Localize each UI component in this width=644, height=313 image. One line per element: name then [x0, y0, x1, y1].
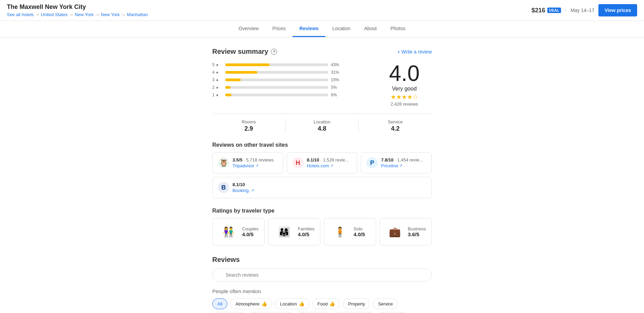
breadcrumb-ny-state[interactable]: New York [75, 12, 94, 17]
bar-row-2: 2 ★ 5% [212, 85, 363, 90]
write-review-button[interactable]: + Write a review [397, 49, 432, 55]
food-icon: 👍 [329, 301, 335, 306]
site-booking[interactable]: B 8.1/10 · Booking. ↗ [212, 177, 432, 198]
hotels-icon: H [293, 157, 303, 168]
booking-icon: B [218, 182, 229, 193]
search-reviews-input[interactable] [212, 268, 432, 281]
business-icon: 💼 [385, 223, 405, 240]
rating-area: 5 ★ 43% 4 ★ 31% 3 ★ 15% 2 ★ 5% 1 ★ [212, 62, 432, 107]
sub-scores: Rooms 2.9 Location 4.8 Service 4.2 [212, 113, 432, 132]
tag-property[interactable]: Property [343, 298, 370, 309]
tab-reviews[interactable]: Reviews [293, 21, 325, 37]
tag-atmosphere[interactable]: Atmosphere 👍 [230, 298, 272, 309]
site-hotels[interactable]: H 8.1/10 · 1,528 revie... Hotels.com ↗ [287, 152, 358, 173]
tab-overview[interactable]: Overview [232, 21, 265, 37]
traveler-types-title: Ratings by traveler type [212, 208, 432, 214]
top-header: The Maxwell New York City See all hotels… [0, 0, 644, 21]
traveler-couples[interactable]: 👫 Couples 4.0/5 [212, 218, 265, 245]
review-count: 2,428 reviews [391, 101, 418, 107]
overall-stars: ★★★★☆ [391, 93, 418, 101]
sub-score-rooms: Rooms 2.9 [212, 119, 286, 132]
bar-row-3: 3 ★ 15% [212, 77, 363, 82]
price-box: $216 DEAL [532, 7, 561, 14]
atmosphere-icon: 👍 [261, 301, 267, 306]
families-icon: 👨‍👩‍👧 [274, 223, 295, 240]
bar-track-2 [225, 86, 328, 89]
solo-icon: 🧍 [330, 223, 350, 240]
people-mention-label: People often mention [212, 288, 432, 294]
tab-about[interactable]: About [357, 21, 384, 37]
breadcrumb-manhattan[interactable]: Manhattan [127, 12, 148, 17]
price-amount: $216 [532, 7, 545, 14]
traveler-solo[interactable]: 🧍 Solo 4.0/5 [324, 218, 376, 245]
breadcrumb: See all hotels → United States → New Yor… [7, 12, 148, 17]
bar-track-1 [225, 94, 328, 96]
hotel-info: The Maxwell New York City See all hotels… [7, 3, 148, 17]
overall-score: 4.0 Very good ★★★★☆ 2,428 reviews [377, 62, 432, 107]
breadcrumb-see-all[interactable]: See all hotels [7, 12, 34, 17]
tag-location[interactable]: Location 👍 [275, 298, 310, 309]
other-sites-title: Reviews on other travel sites [212, 142, 432, 148]
bar-row-4: 4 ★ 31% [212, 70, 363, 75]
bar-track-3 [225, 79, 328, 81]
site-tripadvisor[interactable]: 🦉 3.5/5 · 5,718 reviews Tripadvisor ↗ [212, 152, 283, 173]
hotel-title: The Maxwell New York City [7, 3, 148, 11]
tab-prices[interactable]: Prices [265, 21, 293, 37]
site-priceline[interactable]: P 7.8/10 · 1,454 revie... Priceline ↗ [361, 152, 432, 173]
tags-row1: All Atmosphere 👍 Location 👍 Food 👍 Prope… [212, 298, 432, 309]
big-score: 4.0 [389, 62, 420, 84]
bar-row-1: 1 ★ 6% [212, 93, 363, 97]
section-title: Review summary ? [212, 48, 277, 56]
tab-photos[interactable]: Photos [384, 21, 413, 37]
priceline-icon: P [367, 157, 378, 168]
main-content: Review summary ? + Write a review 5 ★ 43… [205, 37, 439, 313]
traveler-types: 👫 Couples 4.0/5 👨‍👩‍👧 Families 4.0/5 🧍 S… [212, 218, 432, 245]
tripadvisor-icon: 🦉 [218, 157, 229, 168]
nav-tabs: Overview Prices Reviews Location About P… [0, 21, 644, 37]
breadcrumb-ny-city[interactable]: New York [101, 12, 120, 17]
tag-food[interactable]: Food 👍 [312, 298, 341, 309]
traveler-business[interactable]: 💼 Business 3.6/5 [380, 218, 432, 245]
location-icon: 👍 [299, 301, 305, 306]
sub-score-location: Location 4.8 [286, 119, 359, 132]
bar-track-5 [225, 63, 328, 66]
tag-all[interactable]: All [212, 298, 227, 309]
date-range: May 14–17 [571, 8, 594, 13]
tag-service[interactable]: Service [373, 298, 398, 309]
traveler-families[interactable]: 👨‍👩‍👧 Families 4.0/5 [268, 218, 321, 245]
deal-badge: DEAL [547, 8, 561, 13]
bar-row-5: 5 ★ 43% [212, 62, 363, 67]
couples-icon: 👫 [218, 223, 239, 240]
review-summary-header: Review summary ? + Write a review [212, 48, 432, 56]
sub-score-service: Service 4.2 [359, 119, 432, 132]
tab-location[interactable]: Location [325, 21, 357, 37]
score-label: Very good [392, 86, 417, 92]
rating-bars: 5 ★ 43% 4 ★ 31% 3 ★ 15% 2 ★ 5% 1 ★ [212, 62, 363, 107]
search-wrapper: 🔍 [212, 268, 432, 281]
view-prices-button[interactable]: View prices [598, 4, 637, 16]
travel-sites: 🦉 3.5/5 · 5,718 reviews Tripadvisor ↗ H … [212, 152, 432, 198]
info-icon[interactable]: ? [271, 49, 277, 55]
reviews-title: Reviews [212, 256, 432, 264]
bar-track-4 [225, 71, 328, 74]
breadcrumb-us[interactable]: United States [41, 12, 68, 17]
header-right: $216 DEAL · May 14–17 View prices [532, 4, 637, 16]
